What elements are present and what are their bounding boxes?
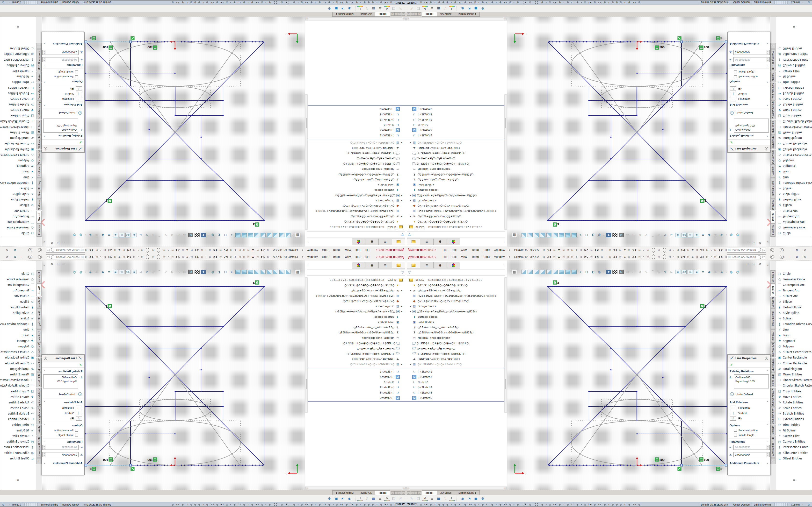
- view-toolbar-icon[interactable]: ◐: [216, 233, 221, 237]
- search-icon[interactable]: [51, 256, 54, 258]
- expand-arrow-icon[interactable]: ▶: [409, 194, 412, 196]
- tree-row[interactable]: ƒ○25∙Λ∗⊥ΑΛ○◦○ΛΑ⊥∗Λ∙25○: [406, 325, 504, 330]
- tab-motion-study-1[interactable]: Motion Study 1: [332, 490, 357, 495]
- menu-item-trim-entities[interactable]: ✂Trim Entities: [0, 422, 36, 428]
- view-toolbar-icon[interactable]: ▱: [151, 233, 156, 237]
- toolbar-drag-handle[interactable]: [404, 496, 405, 501]
- menu-item-perimeter-circle[interactable]: ◌Perimeter Circle: [0, 225, 36, 231]
- view-toolbar-icon[interactable]: [254, 270, 259, 274]
- menu-item-3-point-arc[interactable]: ⌢3 Point Arc: [776, 208, 812, 214]
- quick-access-toolbar[interactable]: ◎ ЗЄ ◎ Ш ◎ ◎ ◎ + ◎ ЭС ◎ ЗЄ ◎ ∙ ◎ 25 ◎ ⊥ …: [543, 255, 727, 259]
- tab-mesh-modeling[interactable]: Mesh Modeling: [37, 388, 42, 406]
- infinite-length-checkbox[interactable]: [75, 434, 78, 437]
- menu-item-stretch-entities[interactable]: ↦Stretch Entities: [0, 91, 36, 96]
- menu-window[interactable]: Window: [494, 255, 505, 259]
- menu-item-line[interactable]: ╱Line: [0, 327, 36, 332]
- expand-arrow-icon[interactable]: ▶: [409, 142, 412, 144]
- view-toolbar-icon[interactable]: ▾: [207, 270, 209, 274]
- close-button[interactable]: ✕: [804, 248, 806, 252]
- tab-scroll-icon[interactable]: ›: [414, 491, 418, 495]
- bottom-toolbar-icon[interactable]: ◔: [466, 496, 472, 501]
- menu-item-sketch-fillet[interactable]: ◜Sketch Fillet: [0, 433, 36, 439]
- menu-item-style-spline[interactable]: ∿Style Spline: [776, 310, 812, 316]
- rollback-bar[interactable]: [406, 401, 506, 402]
- relation-badge-parallel[interactable]: [131, 467, 134, 470]
- relation-badge-square[interactable]: 3: [90, 467, 96, 471]
- view-toolbar-icon[interactable]: [267, 270, 272, 274]
- relation-badge-equal[interactable]: 109: [147, 45, 157, 50]
- menu-item-point[interactable]: ▪Point: [0, 332, 36, 338]
- tree-row[interactable]: ★○Є5ЗЄ+◎⊙ΛΑΦ○◦○ΦΑΛ⊙◎+ЄЗ5Є○: [406, 219, 504, 224]
- tree-row[interactable]: ▶▨○25ЗЄИИΛ⊥∙○◦○∙⊥ΛИИЗЄ25○: [308, 140, 406, 145]
- menu-item-scale-entities[interactable]: ⇗Scale Entities: [0, 96, 36, 102]
- child-minimize-icon[interactable]: —: [63, 263, 66, 266]
- tree-row[interactable]: ∟(-) Sketch5: [308, 385, 406, 390]
- tree-row[interactable]: TЯPDL2.◎ЗЄ◎Ш◎◎◎+◎ЭС◎ЗЄ◎∙◎25◎⊥◎ЗЄ: [406, 224, 504, 230]
- bottom-toolbar-icon[interactable]: ✐: [422, 6, 428, 11]
- menu-item-stretch-entities[interactable]: ↦Stretch Entities: [0, 411, 36, 416]
- menu-more-icon[interactable]: ≫: [776, 478, 812, 482]
- tab-sheet-metal[interactable]: Sheet Metal: [37, 150, 42, 165]
- tree-row[interactable]: TЯPDL2.◎ЗЄ◎Ш◎◎◎+◎ЭС◎ЗЄ◎∙◎25◎⊥◎ЗЄ: [406, 277, 504, 283]
- tab-mesh-modeling[interactable]: Mesh Modeling: [37, 101, 42, 119]
- menu-item-equation-driven-curve[interactable]: ƒEquation Driven Curve: [0, 180, 36, 186]
- expand-arrow-icon[interactable]: ▶: [400, 215, 403, 218]
- relation-item[interactable]: Collinear108: [735, 128, 767, 131]
- menu-item-rotate-entities[interactable]: ↻Rotate Entities: [0, 102, 36, 107]
- view-toolbar-icon[interactable]: ↧: [578, 233, 583, 237]
- tab-data-migration[interactable]: Data Migration: [770, 407, 775, 425]
- relation-item[interactable]: Equal length109: [735, 379, 767, 383]
- menu-item-sketch-fillet[interactable]: ◜Sketch Fillet: [776, 433, 812, 439]
- view-toolbar-icon[interactable]: ▱: [656, 233, 661, 237]
- menu-item-3-point-center-recta-[interactable]: ◇3 Point Center Recta...: [0, 152, 36, 158]
- tree-row[interactable]: ∟(-) Sketch2: [308, 127, 406, 133]
- relations-list[interactable]: Collinear108 Equal length109: [43, 375, 78, 388]
- relation-badge-collinear[interactable]: 3: [253, 222, 259, 226]
- tree-row[interactable]: ≔Material <not specified>: [308, 166, 406, 172]
- tab-features[interactable]: Features: [770, 223, 775, 237]
- child-restore-icon[interactable]: ❐: [753, 241, 755, 244]
- tab-mesh-modeling[interactable]: Mesh Modeling: [770, 388, 775, 406]
- view-toolbar-icon[interactable]: #: [94, 270, 99, 274]
- angle-field[interactable]: 0.00000000° ▲▼: [733, 452, 770, 457]
- tree-row[interactable]: ▶▤Design Binder: [406, 198, 504, 203]
- tab-featuremanager[interactable]: [407, 238, 420, 245]
- menu-item-centerpoint-arc[interactable]: ⌒Centerpoint Arc: [776, 282, 812, 288]
- bottom-toolbar-icon[interactable]: ≡: [377, 6, 383, 11]
- ok-button[interactable]: ✔: [730, 362, 733, 367]
- tree-row[interactable]: ▶◔○Λ⊥◎+25◦Ж○◦○Ж◦25+◎⊥Λ○: [308, 214, 406, 219]
- relation-badge-equal[interactable]: 109: [699, 457, 709, 462]
- tab-direct-editing[interactable]: Direct Editing: [770, 308, 775, 329]
- bottom-toolbar-icon[interactable]: ▣: [473, 6, 479, 11]
- view-toolbar-icon[interactable]: ↺: [638, 233, 643, 237]
- menu-item-rotate-entities[interactable]: ↻Rotate Entities: [776, 400, 812, 405]
- help-icon[interactable]: ?: [28, 248, 33, 252]
- view-toolbar-icon[interactable]: [540, 233, 545, 237]
- tree-filter-input[interactable]: ▽: [407, 269, 505, 276]
- view-toolbar-icon[interactable]: ✎: [144, 270, 149, 274]
- spinner[interactable]: ▲▼: [766, 50, 769, 55]
- menu-item-move-entities[interactable]: ✥Move Entities: [776, 107, 812, 113]
- view-toolbar-icon[interactable]: ≡: [700, 233, 705, 237]
- menu-item-silhouette-entities[interactable]: ◍Silhouette Entities: [776, 450, 812, 456]
- section-existing-relations[interactable]: Existing Relations⌃: [42, 134, 84, 138]
- menu-item-circular-sketch-pattern[interactable]: ∴Circular Sketch Pattern: [776, 119, 812, 124]
- bottom-toolbar-icon[interactable]: ◔: [466, 6, 472, 11]
- section-additional-parameters[interactable]: Additional Parameters⌄: [42, 42, 84, 46]
- scrollbar-thumb[interactable]: [505, 118, 506, 128]
- bottom-toolbar-icon[interactable]: ⇅: [443, 496, 448, 501]
- menu-item-sketch-fillet[interactable]: ◜Sketch Fillet: [0, 68, 36, 74]
- relation-item[interactable]: Equal length109: [45, 124, 77, 128]
- tab-mbd-dimensions[interactable]: MBD Dimensions: [37, 49, 42, 71]
- view-toolbar-icon[interactable]: [254, 233, 259, 237]
- child-restore-icon[interactable]: ❐: [57, 263, 59, 266]
- bottom-toolbar-icon[interactable]: ✐: [422, 496, 428, 501]
- tree-row[interactable]: ⊥○ИИ◦9◉◦⊥◎○◦○◎⊥◦◉9◦ИИ○: [406, 356, 504, 362]
- tree-row[interactable]: ◕○25⊥◎25ИЗЄ25○◦○25ЗЄИ25◎⊥25○: [406, 298, 504, 304]
- tab-mold-tools[interactable]: Mold Tools: [37, 372, 42, 387]
- ok-button[interactable]: ✔: [79, 362, 82, 367]
- view-toolbar-icon[interactable]: ⌒: [650, 270, 655, 274]
- tab--[interactable]: ⋮: [37, 458, 42, 464]
- scroll-right-icon[interactable]: ►: [504, 487, 507, 489]
- search-icon[interactable]: [758, 249, 761, 252]
